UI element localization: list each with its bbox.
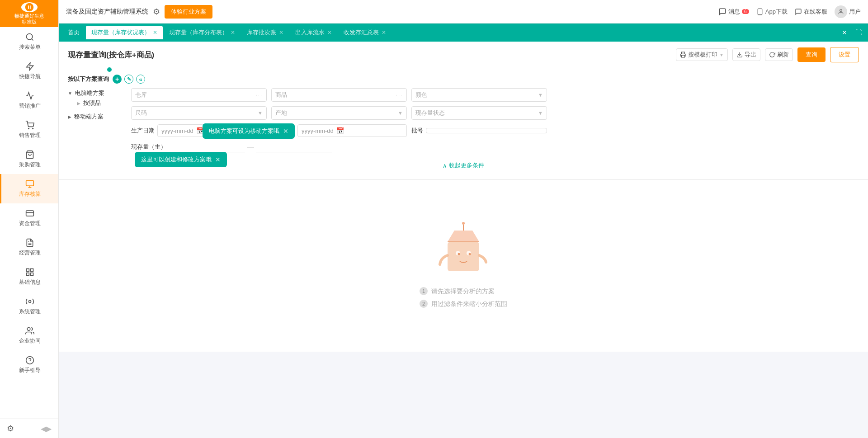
- tab-close-inventory-status[interactable]: ✕: [153, 29, 157, 36]
- filter-edit-btn[interactable]: ✎: [124, 75, 133, 84]
- scheme-desktop-expand[interactable]: ▼ 电脑端方案: [68, 88, 127, 98]
- filter-area: 按以下方案查询 + ✎ « 电脑方案可设为移动方案哦 ✕ 这里可以创建和修改方案…: [59, 68, 868, 180]
- stock-main-range: —: [169, 141, 332, 152]
- svg-point-29: [458, 253, 460, 255]
- svg-point-3: [33, 128, 33, 129]
- tab-close-all-icon[interactable]: ✕: [839, 28, 850, 37]
- expiry-date-input[interactable]: yyyy-mm-dd 📅: [297, 124, 407, 137]
- message-badge: 6: [742, 9, 749, 14]
- empty-tip-1: 1 请先选择要分析的方案: [420, 285, 507, 297]
- settings-icon[interactable]: ⚙: [7, 424, 14, 433]
- sidebar-item-quick-nav[interactable]: 快捷导航: [0, 57, 58, 86]
- tab-home[interactable]: 首页: [62, 26, 85, 39]
- create-tooltip-close[interactable]: ✕: [215, 156, 221, 163]
- color-select[interactable]: 颜色 ▼: [411, 88, 547, 102]
- warehouse-select[interactable]: 仓库 ···: [131, 88, 267, 102]
- app-name: 畅捷通好生意 标准版: [14, 13, 44, 25]
- dot-indicator: [107, 67, 112, 72]
- filter-row-1: 仓库 ··· 商品 ··· 颜色 ▼: [131, 88, 859, 102]
- tab-expand-icon[interactable]: ⛶: [853, 28, 864, 37]
- tab-bar: 首页 现存量（库存状况表） ✕ 现存量（库存分布表） ✕ 库存批次账 ✕ 出入库…: [59, 24, 868, 42]
- chevron-up-icon: ∧: [443, 162, 447, 169]
- tab-receive-summary[interactable]: 收发存汇总表 ✕: [338, 26, 392, 39]
- top-header: 装备及固定资产辅助管理系统 ⚙ 体验行业方案 消息 6 App下载 在线客服: [59, 0, 868, 24]
- tab-batch-ledger[interactable]: 库存批次账 ✕: [241, 26, 289, 39]
- svg-rect-8: [26, 211, 34, 216]
- sidebar-item-finance[interactable]: 资金管理: [0, 203, 58, 233]
- scheme-mobile-expand[interactable]: ▶ 移动端方案: [68, 112, 127, 122]
- tab-close-inventory-dist[interactable]: ✕: [231, 29, 235, 36]
- sidebar-item-purchase[interactable]: 采购管理: [0, 145, 58, 174]
- online-support-btn[interactable]: 在线客服: [795, 8, 827, 16]
- sidebar-item-basic[interactable]: 基础信息: [0, 262, 58, 292]
- svg-rect-12: [27, 269, 29, 272]
- tab-inout-flow[interactable]: 出入库流水 ✕: [290, 26, 337, 39]
- main-content: 装备及固定资产辅助管理系统 ⚙ 体验行业方案 消息 6 App下载 在线客服: [59, 0, 868, 438]
- batch-no-field: 批号: [411, 127, 547, 135]
- stock-status-select[interactable]: 现存量状态 ▼: [411, 106, 547, 120]
- industry-plan-button[interactable]: 体验行业方案: [165, 5, 212, 19]
- svg-marker-1: [27, 63, 33, 71]
- refresh-btn[interactable]: 刷新: [765, 48, 793, 61]
- chevron-down-icon: ▼: [719, 52, 724, 57]
- export-btn[interactable]: 导出: [732, 48, 760, 61]
- empty-illustration: [432, 221, 495, 276]
- header-settings-icon[interactable]: ⚙: [153, 7, 160, 17]
- filter-fields: 仓库 ··· 商品 ··· 颜色 ▼: [131, 88, 859, 152]
- svg-rect-25: [448, 242, 479, 271]
- print-template-btn[interactable]: 按模板打印 ▼: [676, 48, 728, 61]
- svg-rect-13: [31, 269, 33, 272]
- create-scheme-tooltip: 这里可以创建和修改方案哦 ✕: [135, 152, 227, 167]
- filter-row-4: 现存量（主） —: [131, 141, 859, 152]
- tab-bar-actions: ✕ ⛶: [839, 28, 864, 37]
- svg-rect-15: [27, 273, 29, 276]
- scheme-list: ▼ 电脑端方案 ▶ 按照品 ▶ 移动端方案: [68, 88, 127, 152]
- size-select[interactable]: 尺码 ▼: [131, 106, 267, 120]
- sidebar-item-marketing[interactable]: 营销推广: [0, 86, 58, 115]
- tab-inventory-dist[interactable]: 现存量（库存分布表） ✕: [164, 26, 241, 39]
- header-left: 装备及固定资产辅助管理系统 ⚙ 体验行业方案: [66, 5, 212, 19]
- app-download-btn[interactable]: App下载: [756, 8, 788, 16]
- stock-main-max-input[interactable]: [256, 141, 332, 152]
- svg-rect-23: [682, 55, 685, 57]
- sidebar-item-cooperation[interactable]: 企业协同: [0, 321, 58, 350]
- page-actions: 按模板打印 ▼ 导出 刷新 查询 设置: [676, 47, 859, 62]
- stock-main-field: 现存量（主） —: [131, 141, 332, 152]
- empty-tips-list: 1 请先选择要分析的方案 2 用过滤条件来缩小分析范围: [420, 285, 507, 310]
- svg-rect-14: [31, 273, 33, 276]
- tab-inventory-status[interactable]: 现存量（库存状况表） ✕: [86, 26, 163, 39]
- sidebar-item-inventory[interactable]: 库存核算: [0, 174, 58, 203]
- sidebar-item-system[interactable]: 系统管理: [0, 292, 58, 321]
- svg-rect-5: [26, 181, 34, 186]
- content-area: 现存量查询(按仓库+商品) 按模板打印 ▼ 导出 刷新 查询 设置: [59, 42, 868, 438]
- system-name: 装备及固定资产辅助管理系统: [66, 8, 148, 16]
- desktop-scheme-items: ▶ 按照品: [77, 98, 127, 108]
- logo-icon: [21, 2, 38, 12]
- stock-main-min-input[interactable]: [169, 141, 245, 152]
- collapse-sidebar-icon[interactable]: ◀▶: [41, 424, 52, 433]
- filter-back-btn[interactable]: «: [136, 75, 145, 84]
- user-profile-btn[interactable]: 用户: [835, 5, 861, 18]
- filter-row-2: 尺码 ▼ 产地 ▼ 现存量状态 ▼: [131, 106, 859, 120]
- scheme-item-按照品[interactable]: ▶ 按照品: [77, 98, 127, 108]
- tab-close-batch-ledger[interactable]: ✕: [279, 29, 283, 36]
- message-btn[interactable]: 消息 6: [718, 8, 749, 16]
- empty-state: 1 请先选择要分析的方案 2 用过滤条件来缩小分析范围: [59, 180, 868, 352]
- sidebar-item-search[interactable]: 搜索菜单: [0, 27, 58, 57]
- scheme-tooltip-close[interactable]: ✕: [283, 127, 288, 135]
- sidebar-item-operations[interactable]: 经营管理: [0, 233, 58, 262]
- sidebar-item-sales[interactable]: 销售管理: [0, 115, 58, 145]
- reset-button[interactable]: 设置: [830, 47, 859, 62]
- scheme-tooltip-popup: 电脑方案可设为移动方案哦 ✕: [203, 123, 295, 139]
- svg-point-0: [27, 34, 33, 40]
- filter-add-btn[interactable]: +: [113, 75, 122, 84]
- tab-close-receive-summary[interactable]: ✕: [382, 29, 386, 36]
- goods-select[interactable]: 商品 ···: [271, 88, 407, 102]
- calendar-icon-expiry: 📅: [336, 127, 344, 134]
- sidebar-item-guide[interactable]: 新手引导: [0, 350, 58, 380]
- app-logo: 畅捷通好生意 标准版: [0, 0, 58, 27]
- query-button[interactable]: 查询: [797, 47, 826, 62]
- origin-select[interactable]: 产地 ▼: [271, 106, 407, 120]
- batch-no-input[interactable]: [426, 128, 547, 133]
- tab-close-inout-flow[interactable]: ✕: [327, 29, 332, 36]
